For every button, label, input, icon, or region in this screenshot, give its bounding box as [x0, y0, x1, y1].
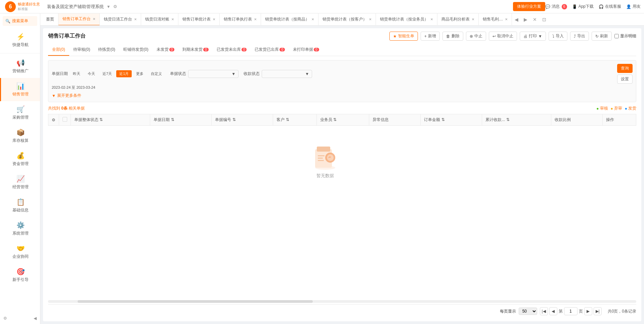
- tab-customer-stat[interactable]: 销货单统计表（按客户） ✕: [318, 13, 376, 26]
- tab-sales-exec[interactable]: 销售订单执行表 ✕: [220, 13, 261, 26]
- tab-sales-order[interactable]: 销售订单工作台 ✕: [58, 13, 100, 26]
- filter-tab-pending-pick[interactable]: 待拣货(0): [94, 44, 119, 56]
- tab-close-icon[interactable]: ✕: [134, 17, 137, 21]
- sort-icon[interactable]: ⇅: [286, 117, 289, 122]
- date-btn-yesterday[interactable]: 昨天: [70, 70, 83, 77]
- filter-tab-shipped-no-out[interactable]: 已发货未出库0: [213, 44, 251, 56]
- date-btn-1month[interactable]: 近1月: [116, 70, 132, 77]
- ship-action-btn[interactable]: ● 发货: [625, 106, 636, 111]
- online-service-btn[interactable]: 🎧 在线客服: [599, 4, 621, 9]
- tab-daily-reconcile[interactable]: 钱货日清对账 ✕: [141, 13, 178, 26]
- tab-close-icon[interactable]: ✕: [505, 17, 508, 21]
- smart-create-btn[interactable]: ★ 智能生单: [389, 32, 418, 41]
- tab-margin-analysis[interactable]: 商品毛利分析表 ✕: [437, 13, 479, 26]
- show-detail-checkbox[interactable]: [614, 34, 619, 38]
- audit-action-btn[interactable]: ● 审核: [596, 106, 608, 111]
- tab-home[interactable]: 首页: [42, 13, 58, 26]
- sidebar-item-purchase[interactable]: 🛒 采购管理: [0, 101, 40, 124]
- settings-icon[interactable]: ⚙: [113, 4, 117, 9]
- date-btn-custom[interactable]: 自定义: [148, 70, 165, 77]
- expand-btn[interactable]: ▼ 展开更多条件: [52, 93, 633, 98]
- sort-icon[interactable]: ⇅: [333, 117, 337, 122]
- sidebar-item-sales[interactable]: 📊 销售管理: [0, 78, 40, 101]
- tab-daily-clear[interactable]: 钱货日清工作台 ✕: [100, 13, 141, 26]
- page-size-select[interactable]: 50 100 200: [519, 308, 537, 315]
- date-filter: 单据日期 昨天 今天 近7天 近1月 更多 自定义: [52, 70, 165, 77]
- print-btn[interactable]: 🖨 打印 ▼: [520, 32, 546, 41]
- sidebar-item-enterprise[interactable]: 🤝 企业协同: [0, 240, 40, 264]
- tab-sales-stat[interactable]: 销售订单统计表 ✕: [178, 13, 220, 26]
- stop-btn[interactable]: ⊗ 中止: [466, 32, 486, 41]
- date-btn-more[interactable]: 更多: [133, 70, 146, 77]
- settings-filter-btn[interactable]: 设置: [617, 75, 633, 84]
- filter-tab-shop-pending[interactable]: 旺铺待发货(0): [119, 44, 153, 56]
- sidebar-item-finance[interactable]: 💰 资金管理: [0, 148, 40, 171]
- add-btn[interactable]: + 新增: [421, 32, 440, 41]
- scroll-thumb[interactable]: [78, 300, 313, 303]
- sort-icon[interactable]: ⇅: [171, 117, 174, 122]
- sidebar-settings-icon[interactable]: ⚙: [3, 316, 7, 321]
- filter-tab-all[interactable]: 全部(0): [48, 44, 69, 56]
- col-settings[interactable]: ⚙: [48, 114, 59, 126]
- tab-close-icon[interactable]: ✕: [430, 17, 433, 21]
- show-detail-label[interactable]: 显示明细: [614, 33, 636, 39]
- filter-tab-overdue-unshipped[interactable]: 到期未发货0: [178, 44, 213, 56]
- sidebar-collapse-icon[interactable]: ◀: [34, 316, 37, 321]
- tab-close-icon[interactable]: ✕: [93, 17, 95, 21]
- page-first-btn[interactable]: |◀: [540, 307, 548, 315]
- status-select[interactable]: ▼: [188, 70, 239, 78]
- title-dropdown-arrow[interactable]: ▼: [106, 4, 111, 9]
- sidebar-item-basic[interactable]: 📋 基础信息: [0, 194, 40, 217]
- page-prev-btn[interactable]: ◀: [549, 307, 557, 315]
- export-btn[interactable]: ⤴ 导出: [570, 32, 589, 41]
- filter-tab-unprinted[interactable]: 未打印单据0: [289, 44, 323, 56]
- sidebar-item-system[interactable]: ⚙️ 系统管理: [0, 217, 40, 240]
- tab-close-icon[interactable]: ✕: [254, 17, 257, 21]
- message-btn[interactable]: 💬 消息 6: [545, 4, 567, 9]
- table-header-row: ⚙ 单据整体状态 ⇅ 单据日期 ⇅: [48, 114, 636, 126]
- refresh-btn[interactable]: ↻ 刷新: [592, 32, 612, 41]
- payment-select[interactable]: ▼: [262, 70, 312, 78]
- tab-prev-btn[interactable]: ◀: [512, 17, 521, 22]
- scroll-area[interactable]: [48, 300, 636, 303]
- sort-icon[interactable]: ⇅: [506, 117, 510, 122]
- tab-next-btn[interactable]: ▶: [521, 17, 530, 22]
- sort-icon[interactable]: ⇅: [441, 117, 445, 122]
- select-all-checkbox[interactable]: [62, 117, 67, 122]
- sort-icon[interactable]: ⇅: [99, 117, 103, 122]
- app-download-btn[interactable]: 📱 App下载: [572, 4, 594, 9]
- user-btn[interactable]: 👤 用友: [626, 4, 641, 9]
- tab-sales-margin[interactable]: 销售毛利… ✕: [479, 13, 512, 26]
- tab-goods-stat[interactable]: 销货单统计表（按商品） ✕: [261, 13, 318, 26]
- query-btn[interactable]: 查询: [617, 64, 633, 73]
- page-last-btn[interactable]: ▶|: [594, 307, 602, 315]
- page-number-input[interactable]: [564, 307, 577, 315]
- col-checkbox[interactable]: [59, 114, 71, 126]
- tab-close-icon[interactable]: ✕: [213, 17, 215, 21]
- date-btn-today[interactable]: 今天: [85, 70, 98, 77]
- delete-btn[interactable]: 🗑 删除: [442, 32, 463, 41]
- tab-close-all-btn[interactable]: ✕: [530, 17, 540, 22]
- sort-icon[interactable]: ⇅: [232, 117, 236, 122]
- tab-salesman-stat[interactable]: 销货单统计表（按业务员） ✕: [376, 13, 437, 26]
- cancel-stop-btn[interactable]: ↩ 取消中止: [489, 32, 517, 41]
- sidebar-item-newbie[interactable]: 🎯 新手引导: [0, 264, 40, 287]
- sidebar-item-inventory[interactable]: 📦 库存核算: [0, 124, 40, 148]
- page-next-btn[interactable]: ▶: [584, 307, 592, 315]
- sidebar-item-business[interactable]: 📈 经营管理: [0, 171, 40, 194]
- tab-close-icon[interactable]: ✕: [171, 17, 174, 21]
- unaudit-action-btn[interactable]: ● 弃审: [611, 106, 622, 111]
- sidebar-item-marketing[interactable]: 📢 营销推广: [0, 55, 40, 78]
- date-btn-7days[interactable]: 近7天: [99, 70, 115, 77]
- tab-close-icon[interactable]: ✕: [472, 17, 474, 21]
- experience-btn[interactable]: 体验行业方案: [513, 2, 545, 11]
- filter-tab-pending-audit[interactable]: 待审核(0): [69, 44, 94, 56]
- filter-tab-unshipped[interactable]: 未发货0: [153, 44, 179, 56]
- import-btn[interactable]: ⤵ 导入: [549, 32, 567, 41]
- filter-tab-shipped-out[interactable]: 已发货已出库0: [251, 44, 289, 56]
- sidebar-item-quick-nav[interactable]: ⚡ 快捷导航: [0, 29, 40, 52]
- tab-close-icon[interactable]: ✕: [311, 17, 314, 21]
- tab-close-icon[interactable]: ✕: [369, 17, 372, 21]
- search-menu-btn[interactable]: 🔍 搜索菜单: [3, 16, 37, 26]
- tab-fullscreen-btn[interactable]: ⊡: [540, 17, 549, 22]
